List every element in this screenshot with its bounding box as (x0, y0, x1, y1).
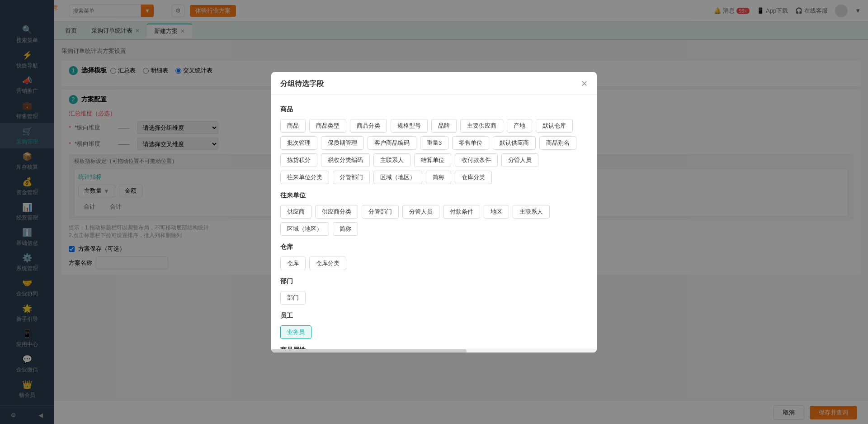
field-tag-0-6[interactable]: 产地 (507, 119, 532, 133)
modal-overlay: 分组待选字段 ✕ 商品商品商品类型商品分类规格型号品牌主要供应商产地默认仓库批次… (0, 0, 868, 424)
field-tag-2-0[interactable]: 仓库 (280, 257, 306, 270)
field-tag-0-18[interactable]: 结算单位 (414, 153, 451, 167)
field-tag-0-2[interactable]: 商品分类 (350, 119, 387, 133)
modal-body: 商品商品商品类型商品分类规格型号品牌主要供应商产地默认仓库批次管理保质期管理客户… (271, 95, 597, 349)
field-tag-1-1[interactable]: 供应商分类 (315, 205, 358, 219)
scroll-track[interactable] (271, 349, 597, 352)
field-tag-0-14[interactable]: 商品别名 (539, 136, 576, 150)
section-tags-4: 业务员 (280, 325, 588, 339)
field-tag-0-13[interactable]: 默认供应商 (493, 136, 536, 150)
field-tag-1-6[interactable]: 主联系人 (513, 205, 550, 219)
field-tag-0-21[interactable]: 往来单位分类 (280, 171, 329, 184)
modal-title: 分组待选字段 (280, 79, 324, 89)
field-tag-0-25[interactable]: 仓库分类 (455, 171, 492, 184)
section-title-3: 部门 (280, 277, 588, 286)
modal: 分组待选字段 ✕ 商品商品商品类型商品分类规格型号品牌主要供应商产地默认仓库批次… (271, 72, 597, 353)
field-tag-1-2[interactable]: 分管部门 (362, 205, 399, 219)
field-tag-0-15[interactable]: 拣货积分 (280, 153, 317, 167)
field-tag-1-3[interactable]: 分管人员 (402, 205, 439, 219)
field-tag-1-0[interactable]: 供应商 (280, 205, 311, 219)
scroll-thumb (271, 349, 467, 352)
section-title-0: 商品 (280, 105, 588, 114)
field-tag-4-0[interactable]: 业务员 (280, 325, 311, 339)
section-tags-2: 仓库仓库分类 (280, 257, 588, 270)
field-tag-0-12[interactable]: 零售单位 (452, 136, 489, 150)
field-tag-0-8[interactable]: 批次管理 (280, 136, 317, 150)
section-title-5: 商品属性 (280, 346, 588, 349)
field-tag-0-19[interactable]: 收付款条件 (455, 153, 498, 167)
section-title-4: 员工 (280, 312, 588, 320)
field-tag-0-5[interactable]: 主要供应商 (460, 119, 503, 133)
field-tag-0-16[interactable]: 税收分类编码 (321, 153, 370, 167)
field-tag-1-8[interactable]: 简称 (333, 222, 358, 236)
section-tags-3: 部门 (280, 291, 588, 305)
field-tag-0-11[interactable]: 重量3 (420, 136, 448, 150)
section-tags-0: 商品商品类型商品分类规格型号品牌主要供应商产地默认仓库批次管理保质期管理客户商品… (280, 119, 588, 184)
section-title-2: 仓库 (280, 243, 588, 251)
field-tag-0-1[interactable]: 商品类型 (309, 119, 346, 133)
section-title-1: 往来单位 (280, 191, 588, 200)
field-tag-1-4[interactable]: 付款条件 (443, 205, 480, 219)
field-tag-0-20[interactable]: 分管人员 (501, 153, 538, 167)
section-tags-1: 供应商供应商分类分管部门分管人员付款条件地区主联系人区域（地区）简称 (280, 205, 588, 236)
field-tag-0-9[interactable]: 保质期管理 (321, 136, 364, 150)
field-tag-0-3[interactable]: 规格型号 (391, 119, 428, 133)
field-tag-1-7[interactable]: 区域（地区） (280, 222, 329, 236)
field-tag-0-22[interactable]: 分管部门 (333, 171, 370, 184)
field-tag-0-4[interactable]: 品牌 (431, 119, 457, 133)
modal-header: 分组待选字段 ✕ (271, 72, 597, 95)
field-tag-0-10[interactable]: 客户商品编码 (368, 136, 416, 150)
field-tag-0-0[interactable]: 商品 (280, 119, 306, 133)
modal-close-button[interactable]: ✕ (581, 80, 588, 88)
field-tag-0-17[interactable]: 主联系人 (373, 153, 410, 167)
field-tag-0-7[interactable]: 默认仓库 (536, 119, 573, 133)
field-tag-1-5[interactable]: 地区 (484, 205, 509, 219)
field-tag-0-24[interactable]: 简称 (426, 171, 451, 184)
field-tag-2-1[interactable]: 仓库分类 (309, 257, 346, 270)
field-tag-3-0[interactable]: 部门 (280, 291, 306, 305)
field-tag-0-23[interactable]: 区域（地区） (373, 171, 422, 184)
